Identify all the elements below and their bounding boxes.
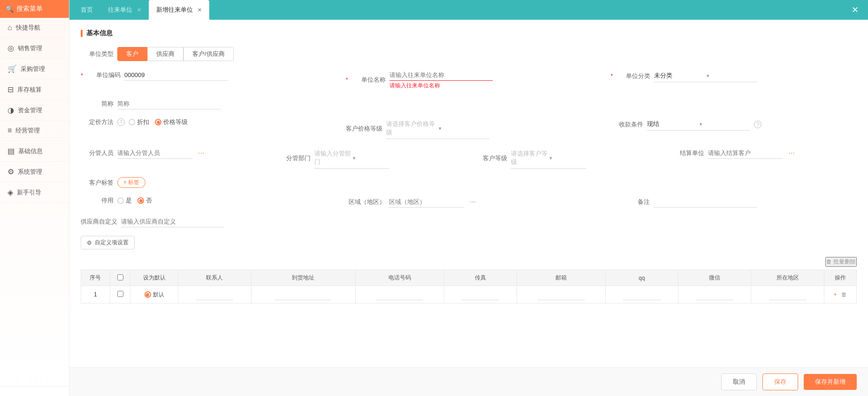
table-header-cell: 联系人: [178, 270, 251, 286]
disabled-field: 停用 是 否: [81, 196, 320, 205]
disabled-radio-group: 是 否: [117, 196, 152, 205]
save-new-button[interactable]: 保存并新增: [804, 374, 857, 390]
save-button[interactable]: 保存: [762, 373, 798, 390]
sidebar-icon-finance: ◑: [8, 106, 14, 115]
sidebar-bottom: [0, 386, 69, 396]
default-radio[interactable]: 默认: [145, 291, 164, 299]
sidebar-item-sales[interactable]: ◎销售管理: [0, 38, 69, 59]
pricing-method-field: 定价方法 ? 折扣 价格等级: [81, 118, 327, 126]
customer-level-select[interactable]: 请选择客户等级 ▾: [511, 148, 586, 169]
tab-label-new-partner: 新增往来单位: [156, 6, 193, 14]
customer-level-field: 客户等级 请选择客户等级 ▾: [474, 148, 660, 169]
custom-settings-button[interactable]: ⚙ 自定义项设置: [81, 236, 135, 249]
discount-radio[interactable]: 折扣: [129, 118, 149, 126]
table-header-cell: [110, 270, 130, 286]
department-select[interactable]: 请输入分管部门 ▾: [314, 148, 389, 169]
tab-new-partner[interactable]: 新增往来单位✕: [149, 0, 209, 20]
sidebar-item-guide[interactable]: ◈新手引导: [0, 182, 69, 203]
region-field: 区域（地区） ···: [349, 196, 588, 208]
fax[interactable]: [444, 286, 517, 303]
sidebar-item-basic[interactable]: ▤基础信息: [0, 141, 69, 162]
tab-partners[interactable]: 往来单位✕: [100, 0, 149, 20]
disabled-no-radio[interactable]: 否: [137, 196, 152, 205]
pricing-row: 定价方法 ? 折扣 价格等级 客户价格等级 请选择客户价格等级: [81, 118, 857, 139]
sidebar-item-system[interactable]: ⚙系统管理: [0, 162, 69, 182]
table-header-cell: qq: [605, 270, 678, 286]
main-area: 首页往来单位✕新增往来单位✕ ✕ 基本信息 单位类型 客户 供应商 客户/供应商: [69, 0, 868, 396]
disabled-yes-radio[interactable]: 是: [117, 196, 132, 205]
unit-code-label: 单位编码: [88, 71, 121, 79]
add-row-btn[interactable]: +: [834, 291, 837, 298]
search-menu-button[interactable]: 🔍 搜索菜单: [0, 0, 69, 18]
sidebar-icon-guide: ◈: [8, 188, 13, 197]
price-level-label: 价格等级: [163, 118, 188, 126]
sidebar-item-quick-nav[interactable]: ⌂快捷导航: [0, 18, 69, 38]
code-name-category-row: * 单位编码 * 单位名称 请输入往来单位名称 * 单位分类 未分类 ▾: [81, 70, 857, 90]
select-all-checkbox[interactable]: [117, 274, 123, 280]
both-btn[interactable]: 客户/供应商: [183, 47, 234, 61]
delete-row-btn[interactable]: 🗑: [841, 291, 847, 298]
window-close-button[interactable]: ✕: [846, 5, 864, 15]
section-bar: [81, 30, 83, 37]
add-tag-button[interactable]: + 标签: [117, 177, 145, 188]
table-header-cell: 到货地址: [251, 270, 355, 286]
manager-more-btn[interactable]: ···: [196, 149, 206, 157]
sidebar-item-operations[interactable]: ≡经营管理: [0, 121, 69, 141]
sidebar-label-sales: 销售管理: [18, 44, 42, 53]
customer-btn[interactable]: 客户: [117, 47, 147, 61]
region-more-btn[interactable]: ···: [468, 198, 478, 206]
sidebar-item-inventory[interactable]: ⊟库存核算: [0, 79, 69, 100]
cancel-button[interactable]: 取消: [721, 373, 757, 390]
supplier-btn[interactable]: 供应商: [147, 47, 183, 61]
table-header-cell: 操作: [824, 270, 856, 286]
row-checkbox[interactable]: [117, 291, 123, 297]
settlement-more-btn[interactable]: ···: [787, 149, 797, 157]
table-header-cell: 电话号码: [355, 270, 444, 286]
contact-person[interactable]: [178, 286, 251, 303]
payment-terms-field: 收款条件 现结 ▾ ?: [610, 118, 857, 131]
price-level-radio[interactable]: 价格等级: [155, 118, 188, 126]
delivery-address[interactable]: [251, 286, 355, 303]
sidebar-label-system: 系统管理: [18, 168, 42, 176]
sidebar-item-finance[interactable]: ◑资金管理: [0, 100, 69, 121]
tab-close-partners[interactable]: ✕: [137, 7, 141, 13]
unit-category-select[interactable]: 未分类 ▾: [654, 70, 757, 82]
batch-delete-button[interactable]: 🗑 批量删除: [825, 257, 857, 267]
customer-price-level-field: 客户价格等级 请选择客户价格等级 ▾: [346, 118, 592, 139]
short-name-input[interactable]: [117, 98, 221, 109]
qq[interactable]: [605, 286, 678, 303]
pricing-help-icon[interactable]: ?: [117, 118, 125, 126]
contacts-table-section: 🗑 批量删除 序号设为默认联系人到货地址电话号码传真邮箱qq微信所在地区操作 1: [81, 257, 857, 303]
discount-radio-circle: [129, 119, 135, 125]
tab-close-new-partner[interactable]: ✕: [198, 7, 202, 13]
sidebar-icon-purchase: 🛒: [8, 64, 17, 73]
email[interactable]: [517, 286, 605, 303]
contacts-table: 序号设为默认联系人到货地址电话号码传真邮箱qq微信所在地区操作 1 默认: [81, 270, 857, 303]
sidebar-item-purchase[interactable]: 🛒采购管理: [0, 59, 69, 79]
supplier-custom-row: 供应商自定义: [81, 216, 857, 227]
notes-input[interactable]: [654, 196, 757, 208]
settlement-input[interactable]: [708, 148, 783, 159]
unit-name-input[interactable]: [389, 70, 493, 81]
tab-label-home: 首页: [81, 6, 93, 14]
sidebar-icon-inventory: ⊟: [8, 85, 14, 94]
location[interactable]: [751, 286, 824, 303]
customer-price-level-select[interactable]: 请选择客户价格等级 ▾: [386, 118, 489, 139]
supplier-custom-input[interactable]: [121, 216, 224, 227]
footer: 取消 保存 保存并新增: [69, 367, 868, 396]
unit-code-input[interactable]: [124, 70, 228, 81]
payment-help-icon[interactable]: ?: [754, 121, 761, 128]
unit-name-field: * 单位名称 请输入往来单位名称: [346, 70, 592, 90]
disabled-yes-circle: [117, 197, 124, 204]
disabled-region-row: 停用 是 否 区域（地区） ··· 备注: [81, 196, 857, 208]
phone[interactable]: [355, 286, 444, 303]
wechat[interactable]: [678, 286, 751, 303]
supplier-custom-label: 供应商自定义: [81, 217, 117, 226]
region-input[interactable]: [389, 196, 464, 208]
sidebar-icon-operations: ≡: [8, 126, 12, 135]
manager-input[interactable]: [117, 148, 192, 159]
payment-terms-select[interactable]: 现结 ▾: [647, 118, 750, 131]
tab-home[interactable]: 首页: [73, 0, 100, 20]
customer-price-level-chevron: ▾: [439, 125, 489, 132]
unit-category-chevron: ▾: [707, 73, 757, 79]
